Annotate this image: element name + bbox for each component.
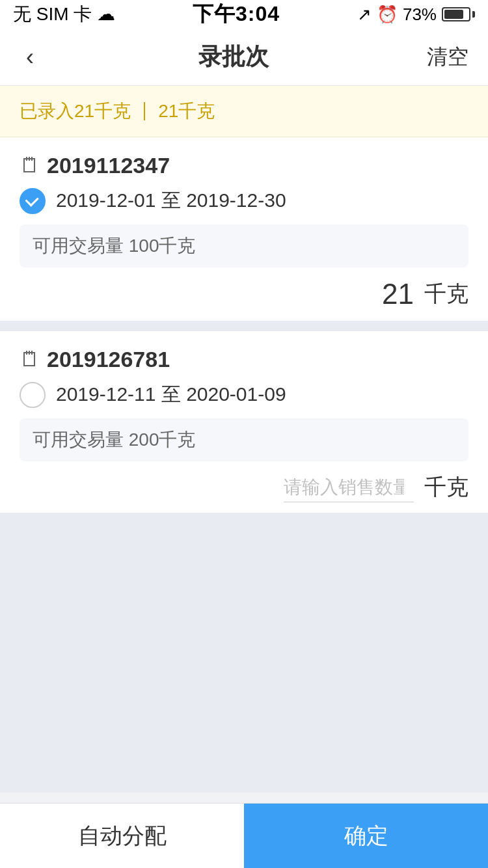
status-right: ↗ ⏰ 73% xyxy=(357,5,475,25)
batch-id-2: 2019126781 xyxy=(47,347,170,372)
batch-card-2: 🗒 2019126781 2019-12-11 至 2020-01-09 可用交… xyxy=(0,331,488,513)
input-row-2: 千克 xyxy=(0,461,488,513)
batch-id-1: 2019112347 xyxy=(47,153,170,178)
batch-date-2: 2019-12-11 至 2020-01-09 xyxy=(56,381,286,408)
nav-bar: ‹ 录批次 清空 xyxy=(0,29,488,86)
batch-date-row-1: 2019-12-01 至 2019-12-30 xyxy=(20,187,468,214)
summary-label: 已录入21千克 xyxy=(20,99,131,124)
batch-icon-2: 🗒 xyxy=(20,347,40,372)
batch-header-1: 🗒 2019112347 xyxy=(20,153,468,178)
status-left: 无 SIM 卡 ☁ xyxy=(13,2,115,27)
available-qty-1: 可用交易量 100千克 xyxy=(20,224,468,267)
radio-2[interactable] xyxy=(20,382,46,408)
qty-value-1: 21 xyxy=(382,278,414,310)
batch-icon-1: 🗒 xyxy=(20,154,40,178)
bottom-bar: 自动分配 确定 xyxy=(0,803,488,868)
batch-card-1: 🗒 2019112347 2019-12-01 至 2019-12-30 可用交… xyxy=(0,137,488,321)
battery-icon xyxy=(442,7,475,21)
alarm-icon: ⏰ xyxy=(377,5,398,25)
batch-date-row-2: 2019-12-11 至 2020-01-09 xyxy=(20,381,468,408)
confirm-button[interactable]: 确定 xyxy=(244,804,488,868)
radio-1[interactable] xyxy=(20,188,46,214)
input-row-1: 21 千克 xyxy=(0,267,488,321)
auto-distribute-button[interactable]: 自动分配 xyxy=(0,804,244,868)
sim-status: 无 SIM 卡 ☁ xyxy=(13,2,115,27)
battery-percent: 73% xyxy=(403,5,437,25)
available-qty-2: 可用交易量 200千克 xyxy=(20,418,468,461)
status-time: 下午3:04 xyxy=(193,0,280,29)
summary-value: 21千克 xyxy=(158,99,215,124)
page-title: 录批次 xyxy=(198,41,269,73)
qty-input-2[interactable] xyxy=(284,472,414,502)
back-button[interactable]: ‹ xyxy=(20,37,40,77)
batch-date-1: 2019-12-01 至 2019-12-30 xyxy=(56,187,286,214)
clear-button[interactable]: 清空 xyxy=(427,43,468,72)
location-icon: ↗ xyxy=(357,5,372,25)
summary-bar: 已录入21千克 21千克 xyxy=(0,86,488,137)
unit-label-1: 千克 xyxy=(424,279,468,309)
summary-divider xyxy=(144,102,145,120)
batch-header-2: 🗒 2019126781 xyxy=(20,347,468,372)
unit-label-2: 千克 xyxy=(424,472,468,502)
section-divider xyxy=(0,321,488,331)
empty-area xyxy=(0,513,488,793)
status-bar: 无 SIM 卡 ☁ 下午3:04 ↗ ⏰ 73% xyxy=(0,0,488,29)
